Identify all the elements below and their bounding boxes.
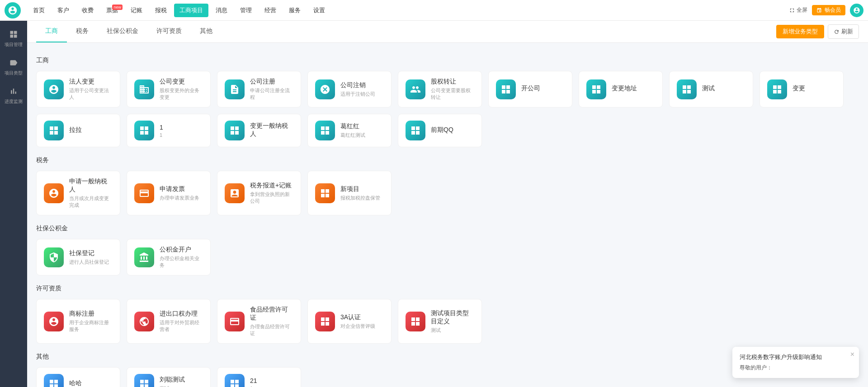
card-text: 拉拉 [69,126,82,135]
nav-bookkeeping[interactable]: 记账 [125,4,148,17]
section-title-license: 许可资质 [36,284,859,293]
tab-license[interactable]: 许可资质 [147,21,191,42]
card-text: 刘聪测试 测试 [160,376,185,387]
nav-industrial[interactable]: 工商项目 [174,4,208,17]
card-apply-taxpayer[interactable]: 申请一般纳税人 当月或次月成变更完成 [36,171,120,215]
cards-license: 商标注册 用于企业商标注册服务 进出口权办理 适用于对外贸易经营者 食品经营 [36,299,859,344]
notification-title: 河北税务数字账户升级影响通知 [740,353,852,361]
change2-icon [767,79,787,99]
tabs: 工商 税务 社保公积金 许可资质 其他 [36,21,776,42]
card-change-address[interactable]: 变更地址 [579,71,663,107]
tab-other[interactable]: 其他 [191,21,222,42]
member-button[interactable]: 畅会员 [812,5,845,15]
card-liu-cong[interactable]: 刘聪测试 测试 [127,367,211,387]
sidebar-item-project-manage[interactable]: 项目管理 [2,25,25,51]
ge-honghong-icon [315,121,335,140]
card-company-cancel[interactable]: 公司注销 适用于注销公司 [307,71,392,107]
test-type-icon [406,312,425,331]
card-apply-invoice[interactable]: 申请发票 办理申请发票业务 [127,171,211,215]
grid-icon [8,29,19,40]
card-company-change[interactable]: 公司变更 股权变更外的业务变更 [127,71,211,107]
trademark-icon [44,312,64,331]
sidebar-item-project-type[interactable]: 项目类型 [2,54,25,80]
card-text: 进出口权办理 适用于对外贸易经营者 [160,310,203,333]
card-text: 税务报道+记账 拿到营业执照的新公司 [250,182,293,205]
tab-actions: 新增业务类型 刷新 [776,24,859,39]
tab-social-insurance[interactable]: 社保公积金 [98,21,147,42]
card-social-register[interactable]: 社保登记 进行人员社保登记 [36,239,120,275]
card-equity-transfer[interactable]: 股权转让 公司变更需要股权转让 [398,71,482,107]
card-tax-report[interactable]: 税务报道+记账 拿到营业执照的新公司 [217,171,301,215]
nav-admin[interactable]: 管理 [235,4,257,17]
earlier-qq-icon [406,121,425,140]
nav-message[interactable]: 消息 [210,4,233,17]
import-export-icon [134,312,154,331]
sidebar-item-progress[interactable]: 进度监测 [2,82,25,108]
nav-settings[interactable]: 设置 [308,4,330,17]
card-text: 股权转让 公司变更需要股权转让 [431,78,474,101]
card-new-project[interactable]: 新项目 报税加税控盘保管 [307,171,392,215]
card-text: 商标注册 用于企业商标注册服务 [69,310,113,333]
nav-home[interactable]: 首页 [28,4,50,17]
card-text: 1 1 [160,124,163,138]
one-icon [134,121,154,140]
cards-tax: 申请一般纳税人 当月或次月成变更完成 申请发票 办理申请发票业务 税务报道+ [36,171,859,215]
cards-social: 社保登记 进行人员社保登记 公积金开户 办理公积金相关业务 [36,239,859,275]
tab-tax[interactable]: 税务 [67,21,98,42]
new-project-icon [315,183,335,203]
apply-invoice-icon [134,183,154,203]
card-test-type[interactable]: 测试项目类型目定义 测试 [398,299,482,344]
test-icon [677,79,697,99]
card-ge-honghong[interactable]: 葛红红 葛红红测试 [307,114,392,147]
nav-operation[interactable]: 经营 [259,4,282,17]
card-text: 申请一般纳税人 当月或次月成变更完成 [69,177,113,209]
card-import-export[interactable]: 进出口权办理 适用于对外贸易经营者 [127,299,211,344]
card-21[interactable]: 21 1 [217,367,301,387]
card-change-taxpayer[interactable]: 变更一般纳税人 [217,114,301,147]
tab-industrial[interactable]: 工商 [36,21,67,42]
card-haha[interactable]: 哈哈 [36,367,120,387]
21-icon [225,374,245,387]
card-text: 3A认证 对企业信誉评级 [340,313,375,330]
card-lala[interactable]: 拉拉 [36,114,120,147]
nav-invoice[interactable]: 票据 new [101,4,123,17]
card-company-register[interactable]: 公司注册 申请公司注册全流程 [217,71,301,107]
company-register-icon [225,79,245,99]
card-text: 哈哈 [69,379,82,387]
provident-fund-icon [134,247,154,267]
card-text: 社保登记 进行人员社保登记 [69,249,109,266]
fullscreen-button[interactable]: 全屏 [789,6,807,14]
nav-service[interactable]: 服务 [283,4,306,17]
card-text: 新项目 报税加税控盘保管 [340,185,380,201]
card-legal-change[interactable]: 法人变更 适用于公司变更法人 [36,71,120,107]
card-text: 食品经营许可证 办理食品经营许可证 [250,306,293,337]
refresh-button[interactable]: 刷新 [828,24,859,39]
change-address-icon [586,79,606,99]
card-open-company[interactable]: 开公司 [488,71,572,107]
card-test[interactable]: 测试 [669,71,753,107]
notification-close-button[interactable]: × [850,350,854,359]
company-change-icon [134,79,154,99]
cards-industrial: 法人变更 适用于公司变更法人 公司变更 股权变更外的业务变更 公司注册 [36,71,859,147]
add-type-button[interactable]: 新增业务类型 [776,25,824,38]
card-text: 葛红红 葛红红测试 [340,122,365,139]
tag-icon [8,57,19,68]
card-trademark[interactable]: 商标注册 用于企业商标注册服务 [36,299,120,344]
card-one[interactable]: 1 1 [127,114,211,147]
nav-tax[interactable]: 报税 [150,4,172,17]
card-provident-fund[interactable]: 公积金开户 办理公积金相关业务 [127,239,211,275]
chart-icon [8,86,19,97]
card-earlier-qq[interactable]: 前期QQ [398,114,482,147]
top-nav-right: 全屏 畅会员 [789,4,863,17]
notification-body: 尊敬的用户： [740,364,852,372]
card-text: 变更一般纳税人 [250,122,293,140]
card-food-license[interactable]: 食品经营许可证 办理食品经营许可证 [217,299,301,344]
company-cancel-icon [315,79,335,99]
user-avatar[interactable] [850,4,863,17]
card-change2[interactable]: 变更 [760,71,844,107]
nav-customer[interactable]: 客户 [52,4,75,17]
haha-icon [44,374,64,387]
nav-billing[interactable]: 收费 [76,4,99,17]
apply-taxpayer-icon [44,183,64,203]
card-3a-cert[interactable]: 3A认证 对企业信誉评级 [307,299,392,344]
